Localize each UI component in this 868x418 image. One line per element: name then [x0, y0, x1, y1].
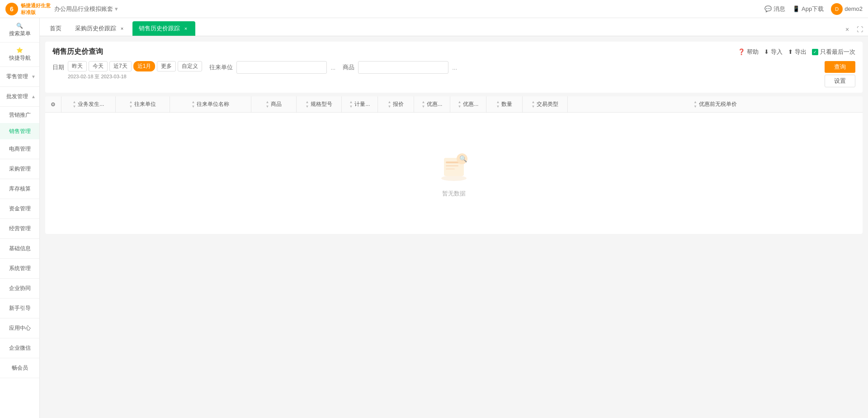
sidebar-item-quick-nav[interactable]: ⭐ 快捷导航 [0, 43, 39, 67]
page-title: 销售历史价查询 [52, 47, 103, 57]
sidebar-item-wholesale[interactable]: 批发管理 ▲ [0, 87, 39, 107]
sidebar-item-sales[interactable]: 销售管理 [0, 123, 39, 139]
sort-icon: ▲▼ [349, 100, 353, 109]
logo-area: 6 畅捷通好生意 标准版 [5, 2, 51, 15]
sidebar-item-enterprise-collab[interactable]: 企业协同 [0, 279, 39, 299]
date-btn-yesterday[interactable]: 昨天 [68, 61, 87, 71]
sidebar-item-label: 企业微信 [9, 344, 31, 352]
date-buttons: 昨天 今天 近7天 近1月 更多 自定义 2023-02-18 至 2023-0… [68, 61, 202, 80]
sidebar-item-label: 零售管理 [4, 73, 30, 81]
th-discount1[interactable]: ▲▼ 优惠... [414, 96, 450, 112]
sidebar-item-enterprise-wechat[interactable]: 企业微信 [0, 338, 39, 358]
sidebar-item-label: 搜索菜单 [9, 30, 31, 38]
tab-actions: × ⛶ [843, 25, 864, 36]
partner-input[interactable] [236, 61, 327, 74]
th-settings[interactable]: ⚙ [45, 96, 61, 112]
date-range-text: 2023-02-18 至 2023-03-18 [68, 73, 202, 80]
goods-input[interactable] [358, 61, 448, 74]
avatar: D [831, 3, 843, 15]
close-tab-btn[interactable]: × [843, 25, 852, 34]
sidebar-item-inventory[interactable]: 库存核算 [0, 179, 39, 199]
sidebar: 🔍 搜索菜单 ⭐ 快捷导航 零售管理 ▼ 批发管理 ▲ 营销推广 销售管理 电商… [0, 18, 40, 418]
tab-bar: 首页 采购历史价跟踪 × 销售历史价跟踪 × × ⛶ [40, 18, 868, 36]
sidebar-item-label: 采购管理 [9, 165, 31, 173]
message-action[interactable]: 💬 消息 [764, 5, 785, 13]
fullscreen-btn[interactable]: ⛶ [855, 25, 864, 34]
user-action[interactable]: D demo2 [831, 3, 863, 15]
sidebar-item-label: 经营管理 [9, 225, 31, 233]
th-biz-date[interactable]: ▲▼ 业务发生... [61, 96, 116, 112]
app-download-action[interactable]: 📱 App下载 [793, 5, 824, 13]
svg-rect-4 [446, 168, 455, 170]
tab-label: 首页 [50, 24, 61, 33]
th-unit[interactable]: ▲▼ 计量... [342, 96, 378, 112]
th-quote[interactable]: ▲▼ 报价 [378, 96, 414, 112]
query-button[interactable]: 查询 [825, 61, 855, 73]
sidebar-item-marketing[interactable]: 营销推广 [0, 107, 39, 123]
th-pre-tax[interactable]: ▲▼ 优惠前无税单价 [568, 96, 863, 112]
help-icon: ❓ [738, 48, 745, 55]
sidebar-item-retail[interactable]: 零售管理 ▼ [0, 67, 39, 87]
sidebar-item-operations[interactable]: 经营管理 [0, 219, 39, 239]
sidebar-item-ecommerce[interactable]: 电商管理 [0, 139, 39, 159]
sidebar-item-search[interactable]: 🔍 搜索菜单 [0, 18, 39, 43]
search-icon: 🔍 [16, 23, 23, 29]
sidebar-item-guide[interactable]: 新手引导 [0, 299, 39, 318]
tab-close-icon[interactable]: × [183, 25, 189, 32]
table-empty: 🔍 暂无数据 [45, 113, 863, 234]
th-partner[interactable]: ▲▼ 往来单位 [116, 96, 170, 112]
date-btn-today[interactable]: 今天 [89, 61, 108, 71]
export-icon: ⬆ [788, 48, 793, 55]
goods-label: 商品 [343, 63, 354, 71]
sidebar-item-label: 电商管理 [9, 145, 31, 153]
sidebar-item-system[interactable]: 系统管理 [0, 259, 39, 279]
import-action[interactable]: ⬇ 导入 [764, 48, 783, 56]
sidebar-item-label: 基础信息 [9, 245, 31, 252]
empty-illustration: 🔍 [436, 149, 472, 185]
only-last-checkbox[interactable]: ✓ 只看最后一次 [812, 48, 855, 56]
filter-row: 日期 昨天 今天 近7天 近1月 更多 自定义 2023-02-18 至 202… [52, 61, 855, 87]
main-layout: 🔍 搜索菜单 ⭐ 快捷导航 零售管理 ▼ 批发管理 ▲ 营销推广 销售管理 电商… [0, 18, 868, 418]
date-btn-1month[interactable]: 近1月 [133, 61, 156, 71]
settings-button[interactable]: 设置 [825, 75, 855, 87]
tab-close-icon[interactable]: × [119, 25, 125, 32]
tab-sales-history[interactable]: 销售历史价跟踪 × [132, 21, 195, 36]
th-discount2[interactable]: ▲▼ 优惠... [450, 96, 486, 112]
sidebar-item-label: 资金管理 [9, 205, 31, 213]
page-actions: ❓ 帮助 ⬇ 导入 ⬆ 导出 ✓ 只看最后一次 [738, 48, 855, 56]
svg-rect-3 [446, 165, 458, 166]
page-title-row: 销售历史价查询 ❓ 帮助 ⬇ 导入 ⬆ 导出 [52, 47, 855, 57]
date-btn-custom[interactable]: 自定义 [178, 61, 202, 71]
top-header: 6 畅捷通好生意 标准版 办公用品行业模拟账套 ▾ 💬 消息 📱 App下载 D… [0, 0, 868, 18]
sidebar-item-basic-info[interactable]: 基础信息 [0, 239, 39, 259]
empty-text: 暂无数据 [442, 190, 466, 198]
help-action[interactable]: ❓ 帮助 [738, 48, 759, 56]
sidebar-item-member[interactable]: 畅会员 [0, 358, 39, 378]
tab-purchase-history[interactable]: 采购历史价跟踪 × [69, 21, 132, 36]
export-action[interactable]: ⬆ 导出 [788, 48, 807, 56]
logo-text: 畅捷通好生意 标准版 [21, 2, 51, 15]
table-panel: ⚙ ▲▼ 业务发生... ▲▼ 往来单位 ▲▼ 往来单位名称 [45, 96, 863, 234]
sidebar-item-label: 畅会员 [12, 364, 28, 372]
sidebar-item-finance[interactable]: 资金管理 [0, 199, 39, 219]
date-filter-group: 日期 昨天 今天 近7天 近1月 更多 自定义 2023-02-18 至 202… [52, 61, 202, 80]
th-trade-type[interactable]: ▲▼ 交易类型 [523, 96, 568, 112]
date-btn-more[interactable]: 更多 [157, 61, 176, 71]
th-spec[interactable]: ▲▼ 规格型号 [297, 96, 342, 112]
sidebar-item-purchase[interactable]: 采购管理 [0, 159, 39, 179]
chevron-up-icon: ▲ [31, 94, 36, 99]
content-area: 首页 采购历史价跟踪 × 销售历史价跟踪 × × ⛶ 销售历史价查询 [40, 18, 868, 418]
tab-home[interactable]: 首页 [43, 21, 68, 36]
date-btn-7days[interactable]: 近7天 [109, 61, 132, 71]
sidebar-item-label: 快捷导航 [9, 54, 31, 62]
th-goods[interactable]: ▲▼ 商品 [251, 96, 297, 112]
header-dropdown-icon[interactable]: ▾ [115, 5, 118, 12]
table-header: ⚙ ▲▼ 业务发生... ▲▼ 往来单位 ▲▼ 往来单位名称 [45, 96, 863, 113]
th-partner-name[interactable]: ▲▼ 往来单位名称 [170, 96, 251, 112]
sidebar-item-label: 应用中心 [9, 324, 31, 332]
th-quantity[interactable]: ▲▼ 数量 [486, 96, 523, 112]
date-label: 日期 [52, 61, 64, 71]
sidebar-item-app-center[interactable]: 应用中心 [0, 318, 39, 338]
svg-text:🔍: 🔍 [459, 155, 467, 163]
tab-label: 销售历史价跟踪 [139, 24, 180, 33]
